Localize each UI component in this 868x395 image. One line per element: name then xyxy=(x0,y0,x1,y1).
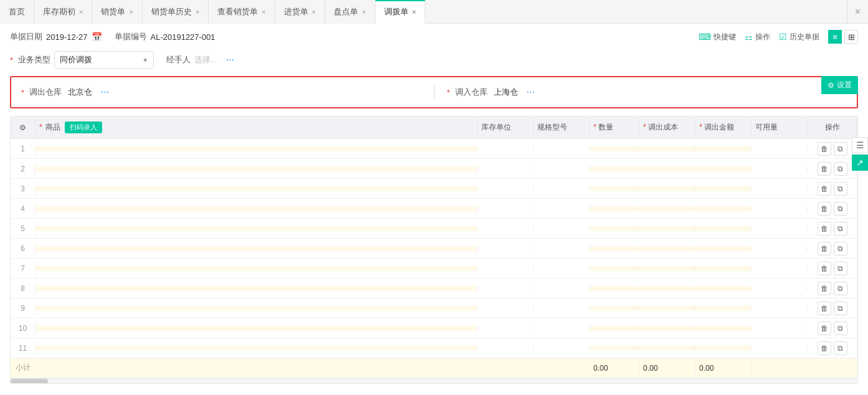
row-amount-2[interactable] xyxy=(696,166,752,171)
row-qty-8[interactable] xyxy=(590,286,639,291)
row-spec-10[interactable] xyxy=(534,326,590,331)
notes-button[interactable]: ☰ xyxy=(852,137,868,153)
delete-row-5-button[interactable]: 🗑 xyxy=(818,222,831,236)
row-unit-6[interactable] xyxy=(478,246,534,251)
row-spec-2[interactable] xyxy=(534,166,590,171)
tab-transfer-close[interactable]: × xyxy=(412,8,416,16)
tab-inventory-init-close[interactable]: × xyxy=(79,8,83,16)
row-spec-9[interactable] xyxy=(534,306,590,311)
history-action[interactable]: ☑ 历史单据 xyxy=(779,32,819,42)
row-unit-9[interactable] xyxy=(478,306,534,311)
tab-transfer[interactable]: 调拨单 × xyxy=(375,0,425,24)
tab-purchase-close[interactable]: × xyxy=(312,8,316,16)
copy-row-6-button[interactable]: ⧉ xyxy=(834,242,847,255)
delete-row-10-button[interactable]: 🗑 xyxy=(818,321,831,335)
calendar-icon[interactable]: 📅 xyxy=(92,32,102,42)
row-qty-7[interactable] xyxy=(590,266,639,271)
tab-sales-order[interactable]: 销货单 × xyxy=(92,0,142,24)
tab-close-all-button[interactable]: × xyxy=(847,0,868,24)
th-gear[interactable]: ⚙ xyxy=(11,118,35,137)
delete-row-4-button[interactable]: 🗑 xyxy=(818,202,831,216)
row-product-11[interactable] xyxy=(35,346,478,351)
row-amount-6[interactable] xyxy=(696,246,752,251)
row-unit-4[interactable] xyxy=(478,206,534,211)
row-product-9[interactable] xyxy=(35,306,478,311)
tab-purchase[interactable]: 进货单 × xyxy=(275,0,325,24)
row-cost-9[interactable] xyxy=(639,306,696,311)
row-spec-8[interactable] xyxy=(534,286,590,291)
tab-home[interactable]: 首页 xyxy=(0,0,34,24)
row-unit-8[interactable] xyxy=(478,286,534,291)
row-unit-7[interactable] xyxy=(478,266,534,271)
row-product-10[interactable] xyxy=(35,326,478,331)
row-amount-11[interactable] xyxy=(696,346,752,351)
row-cost-6[interactable] xyxy=(639,246,696,251)
copy-row-9-button[interactable]: ⧉ xyxy=(834,302,847,315)
row-cost-5[interactable] xyxy=(639,226,696,231)
row-cost-8[interactable] xyxy=(639,286,696,291)
delete-row-7-button[interactable]: 🗑 xyxy=(818,262,831,275)
delete-row-1-button[interactable]: 🗑 xyxy=(818,142,831,156)
row-qty-10[interactable] xyxy=(590,326,639,331)
row-spec-5[interactable] xyxy=(534,226,590,231)
tab-view-sales-close[interactable]: × xyxy=(262,8,265,16)
horizontal-scrollbar[interactable] xyxy=(11,378,857,383)
row-qty-6[interactable] xyxy=(590,246,639,251)
out-warehouse-more-button[interactable]: ··· xyxy=(101,87,109,98)
row-unit-11[interactable] xyxy=(478,346,534,351)
row-qty-4[interactable] xyxy=(590,206,639,211)
copy-row-4-button[interactable]: ⧉ xyxy=(834,202,847,216)
row-product-6[interactable] xyxy=(35,246,478,251)
row-qty-1[interactable] xyxy=(590,146,639,151)
settings-button[interactable]: ⚙ 设置 xyxy=(821,76,858,94)
row-cost-1[interactable] xyxy=(639,146,696,151)
row-amount-5[interactable] xyxy=(696,226,752,231)
tab-inventory-close[interactable]: × xyxy=(362,8,366,16)
biz-type-select[interactable]: 同价调拨 ▼ xyxy=(54,51,154,69)
row-cost-11[interactable] xyxy=(639,346,696,351)
tab-inventory[interactable]: 盘点单 × xyxy=(325,0,375,24)
copy-row-3-button[interactable]: ⧉ xyxy=(834,182,847,196)
row-spec-3[interactable] xyxy=(534,186,590,191)
row-qty-11[interactable] xyxy=(590,346,639,351)
row-amount-4[interactable] xyxy=(696,206,752,211)
delete-row-8-button[interactable]: 🗑 xyxy=(818,282,831,295)
row-amount-1[interactable] xyxy=(696,146,752,151)
row-amount-10[interactable] xyxy=(696,326,752,331)
delete-row-9-button[interactable]: 🗑 xyxy=(818,302,831,315)
in-warehouse-more-button[interactable]: ··· xyxy=(527,87,535,98)
row-cost-10[interactable] xyxy=(639,326,696,331)
row-spec-1[interactable] xyxy=(534,146,590,151)
row-amount-9[interactable] xyxy=(696,306,752,311)
copy-row-11-button[interactable]: ⧉ xyxy=(834,341,847,355)
row-spec-6[interactable] xyxy=(534,246,590,251)
delete-row-2-button[interactable]: 🗑 xyxy=(818,162,831,176)
layout-grid-button[interactable]: ⊞ xyxy=(844,30,858,44)
scroll-thumb[interactable] xyxy=(11,379,48,384)
copy-row-2-button[interactable]: ⧉ xyxy=(834,162,847,176)
row-qty-3[interactable] xyxy=(590,186,639,191)
row-product-7[interactable] xyxy=(35,266,478,271)
copy-row-10-button[interactable]: ⧉ xyxy=(834,321,847,335)
row-unit-3[interactable] xyxy=(478,186,534,191)
row-amount-8[interactable] xyxy=(696,286,752,291)
row-unit-1[interactable] xyxy=(478,146,534,151)
shortcut-action[interactable]: ⌨ 快捷键 xyxy=(699,32,736,42)
row-product-1[interactable] xyxy=(35,146,478,151)
row-product-4[interactable] xyxy=(35,206,478,211)
handler-more-button[interactable]: ··· xyxy=(226,54,234,65)
scan-button[interactable]: 扫码录入 xyxy=(65,121,102,133)
row-spec-4[interactable] xyxy=(534,206,590,211)
copy-row-1-button[interactable]: ⧉ xyxy=(834,142,847,156)
tab-view-sales[interactable]: 查看销货单 × xyxy=(209,0,275,24)
row-cost-7[interactable] xyxy=(639,266,696,271)
handler-select[interactable]: 选择... xyxy=(194,54,217,65)
tab-sales-order-close[interactable]: × xyxy=(129,8,133,16)
row-cost-3[interactable] xyxy=(639,186,696,191)
row-amount-7[interactable] xyxy=(696,266,752,271)
layout-list-button[interactable]: ≡ xyxy=(828,30,842,44)
row-amount-3[interactable] xyxy=(696,186,752,191)
delete-row-6-button[interactable]: 🗑 xyxy=(818,242,831,255)
export-button[interactable]: ↗ xyxy=(852,155,868,171)
row-qty-5[interactable] xyxy=(590,226,639,231)
